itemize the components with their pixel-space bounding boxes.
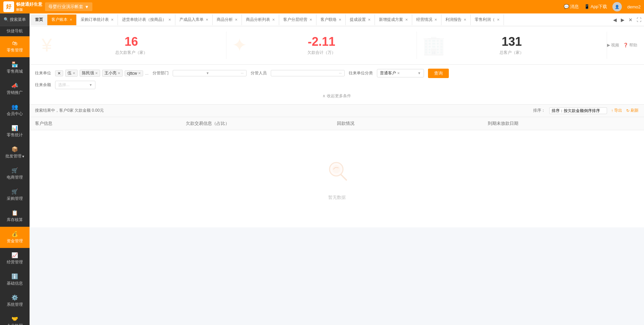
app-download-btn[interactable]: 📱 App下载 — [584, 4, 607, 10]
filter-row-1: 往来单位 ✕ 伍 ✕ 陈民强 ✕ — [35, 69, 639, 78]
export-btn[interactable]: ↑ 导出 — [611, 108, 622, 113]
close-all-tabs-btn[interactable]: ✕ — [627, 16, 634, 23]
result-bar: 搜索结果中，客户0家 欠款金额 0.00元 排序： 排序：按欠款金额倒序排序 ▼… — [30, 105, 644, 117]
filter-tag-all[interactable]: ✕ — [55, 70, 63, 76]
tab-new-improve[interactable]: 新增提成方案 ✕ — [375, 14, 412, 25]
branch-selector[interactable]: ▼ ··· — [173, 70, 247, 76]
retail-mgmt-icon: 🛍 — [12, 40, 17, 46]
app-title: 畅捷通好生意 — [16, 1, 42, 7]
sidebar-item-basic-info[interactable]: ℹ️ 基础信息 — [0, 269, 30, 290]
unit-type-tag: 普通客户 ✕ — [380, 70, 400, 76]
filter-tag-cjttcw[interactable]: cjttcw ✕ — [125, 70, 143, 76]
close-unit-type-tag[interactable]: ✕ — [397, 71, 400, 75]
stat-bg-total-icon: 🏢 — [422, 34, 445, 56]
close-tab-customer-ledger[interactable]: ✕ — [70, 18, 72, 22]
refresh-btn[interactable]: ↻ 刷新 — [626, 108, 639, 113]
sidebar-item-finance[interactable]: 💰 资金管理 — [0, 227, 30, 248]
tab-customer-contact[interactable]: 客户联络 ✕ — [316, 14, 346, 25]
fullscreen-btn[interactable]: ⛶ — [635, 16, 643, 23]
manager-more-icon[interactable]: ··· — [339, 71, 342, 75]
tab-operations[interactable]: 经营情况 ✕ — [412, 14, 441, 25]
tab-profit-report[interactable]: 利润报告 ✕ — [441, 14, 471, 25]
sidebar-item-system[interactable]: ⚙️ 系统管理 — [0, 290, 30, 312]
branch-label: 分管部门 — [153, 70, 169, 76]
close-tab-profit-report[interactable]: ✕ — [464, 18, 466, 22]
tab-retail-profit[interactable]: 零售利润（ ✕ — [471, 14, 504, 25]
sidebar-item-retail-mall[interactable]: 🏪 零售商城 — [0, 57, 30, 78]
help-btn[interactable]: ❓ 帮助 — [623, 42, 637, 48]
filter-tag-wu[interactable]: 伍 ✕ — [65, 70, 78, 77]
sidebar-item-inventory[interactable]: 📋 库存核算 — [0, 206, 30, 227]
sort-select[interactable]: 排序：按欠款金额倒序排序 — [549, 107, 607, 114]
retail-mall-icon: 🏪 — [11, 61, 18, 68]
svg-line-1 — [341, 175, 346, 180]
unit-type-selector[interactable]: 普通客户 ✕ ▼ — [377, 69, 424, 77]
close-tab-product-inbound[interactable]: ✕ — [206, 18, 208, 22]
close-tab-customer-layer[interactable]: ✕ — [309, 18, 312, 22]
user-name[interactable]: demo2 — [627, 4, 641, 9]
tab-product-analysis-list[interactable]: 商品分析列表 ✕ — [242, 14, 279, 25]
tab-improve-settings[interactable]: 提成设置 ✕ — [346, 14, 375, 25]
prev-tab-btn[interactable]: ◀ — [612, 16, 618, 23]
tab-product-inbound[interactable]: 产成品入库单 ✕ — [175, 14, 213, 25]
close-tag-wang[interactable]: ✕ — [118, 71, 120, 75]
filter-tag-chen[interactable]: 陈民强 ✕ — [80, 70, 100, 77]
tab-home[interactable]: 首页 — [31, 14, 47, 25]
video-help-btn[interactable]: ▶ 视频 — [607, 42, 619, 48]
sidebar-quick-nav[interactable]: 快捷导航 — [0, 26, 30, 36]
tab-customer-layer[interactable]: 客户分层经营 ✕ — [279, 14, 316, 25]
tab-purchase-order[interactable]: 采购订单统计表 ✕ — [77, 14, 118, 25]
empty-state: 暂无数据 — [30, 130, 644, 227]
stat-block-amount: ✦ -2.11 欠款合计（万） — [226, 32, 417, 59]
sidebar-item-marketing[interactable]: 📣 营销推广 — [0, 78, 30, 100]
close-tab-purchase-stats[interactable]: ✕ — [168, 18, 171, 22]
tab-product-analysis[interactable]: 商品分析 ✕ — [213, 14, 242, 25]
tenant-selector[interactable]: 母婴行业演示帐套 ▼ — [45, 2, 92, 11]
sidebar-item-batch-mgmt[interactable]: 📦 批发管理 ▾ — [0, 142, 30, 163]
close-tab-retail-profit[interactable]: ✕ — [497, 18, 500, 22]
sidebar-item-operations[interactable]: 📈 经营管理 — [0, 248, 30, 269]
close-tab-operations[interactable]: ✕ — [434, 18, 437, 22]
app-subtitle: 标版 — [16, 7, 42, 12]
sidebar-item-retail-stats[interactable]: 📊 零售统计 — [0, 121, 30, 142]
filter-more-btn[interactable]: ... — [145, 71, 148, 76]
sidebar-search[interactable]: 🔍 搜索菜单 — [0, 13, 30, 26]
branch-clear-icon[interactable]: ··· — [241, 71, 244, 75]
sidebar-item-purchase[interactable]: 🛒 采购管理 — [0, 184, 30, 206]
manager-label: 分管人员 — [251, 70, 267, 76]
sidebar-item-ecommerce[interactable]: 🛒 电商管理 — [0, 163, 30, 184]
close-tag-chen[interactable]: ✕ — [95, 71, 98, 75]
close-tag-wu[interactable]: ✕ — [73, 71, 75, 75]
manager-selector[interactable]: ··· — [271, 70, 345, 76]
ecommerce-icon: 🛒 — [11, 167, 18, 174]
filter-tag-wang[interactable]: 王小亮 ✕ — [102, 70, 123, 77]
tab-customer-ledger[interactable]: 客户账本 ✕ — [47, 14, 77, 25]
collapse-filter-btn[interactable]: ∧ 收起更多条件 — [35, 92, 639, 100]
sidebar-item-enterprise-coop[interactable]: 🤝 企业协同 — [0, 312, 30, 325]
tab-purchase-stats[interactable]: 进货单统计表（按商品） ✕ — [118, 14, 175, 25]
refresh-icon: ↻ — [626, 108, 630, 113]
next-tab-btn[interactable]: ▶ — [619, 16, 626, 23]
balance-selector[interactable]: 选择... ▼ — [55, 81, 95, 89]
logo-icon: 好 — [3, 1, 14, 12]
branch-dropdown-arrow: ▼ — [206, 71, 209, 75]
table-header-customer: 客户信息 — [35, 120, 186, 127]
sidebar: 🔍 搜索菜单 快捷导航 🛍 零售管理 🏪 零售商城 📣 营销推广 👥 会员中心 — [0, 13, 30, 325]
close-tab-new-improve[interactable]: ✕ — [405, 18, 408, 22]
collapse-icon: ∧ — [323, 94, 326, 98]
close-tab-customer-contact[interactable]: ✕ — [339, 18, 341, 22]
close-tab-improve-settings[interactable]: ✕ — [368, 18, 371, 22]
close-tab-product-analysis[interactable]: ✕ — [235, 18, 238, 22]
close-tab-product-analysis-list[interactable]: ✕ — [272, 18, 275, 22]
close-tag-cjttcw[interactable]: ✕ — [138, 71, 141, 75]
query-button[interactable]: 查询 — [428, 69, 449, 78]
stat-block-total: 🏢 131 总客户（家） — [417, 32, 607, 59]
filter-row-2: 往来余额 选择... ▼ — [35, 81, 639, 89]
stat-bg-amount-icon: ✦ — [232, 34, 247, 56]
sidebar-item-retail-mgmt[interactable]: 🛍 零售管理 — [0, 36, 30, 57]
sidebar-item-member-center[interactable]: 👥 会员中心 — [0, 100, 30, 121]
messages-btn[interactable]: 💬 消息 — [564, 4, 579, 10]
close-tab-purchase-order[interactable]: ✕ — [111, 18, 114, 22]
marketing-icon: 📣 — [11, 82, 18, 89]
empty-icon — [324, 157, 350, 190]
